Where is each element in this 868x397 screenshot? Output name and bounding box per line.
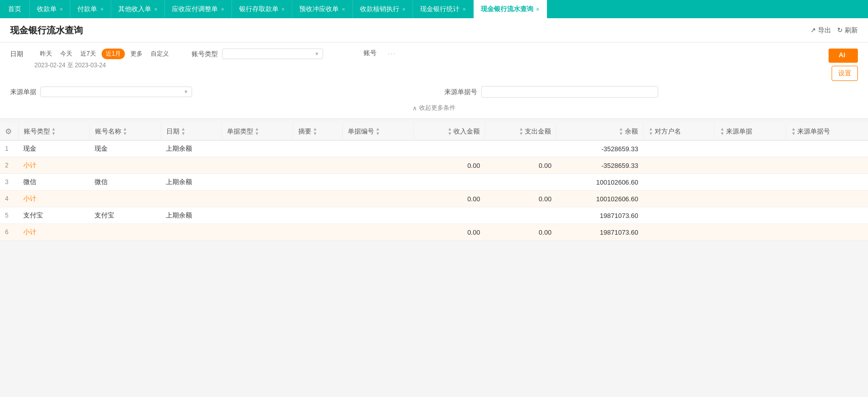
close-icon[interactable]: × (402, 6, 405, 12)
date-label: 日期 (10, 50, 30, 59)
nav-tab-prepay[interactable]: 预收冲应收单 × (292, 0, 352, 18)
source-doc-no-input[interactable] (481, 86, 658, 98)
account-type-select[interactable]: ▾ (222, 49, 323, 59)
th-account-type[interactable]: 账号类型▲▼ (18, 123, 89, 141)
date-btn-1month[interactable]: 近1月 (102, 49, 125, 59)
date-btn-custom[interactable]: 自定义 (148, 49, 171, 59)
chevron-down-icon: ▾ (185, 89, 188, 95)
refresh-icon: ↻ (837, 26, 843, 34)
nav-tab-cash-flow[interactable]: 现金银行流水查询 × (474, 0, 547, 18)
table-row: 1现金现金上期余额-3528659.33 (0, 141, 868, 157)
nav-home[interactable]: 首页 (0, 0, 30, 18)
settings-button[interactable]: 设置 (832, 66, 858, 81)
date-btn-today[interactable]: 今天 (58, 49, 75, 59)
table-row: 5支付宝支付宝上期余额19871073.60 (0, 207, 868, 224)
th-income[interactable]: ▲▼收入金额 (414, 123, 485, 141)
source-doc-no-label: 来源单据号 (444, 87, 477, 97)
table-row: 6小计0.000.0019871073.60 (0, 224, 868, 241)
th-expense[interactable]: ▲▼支出金额 (485, 123, 557, 141)
export-icon: ↗ (810, 26, 816, 34)
th-doc-type[interactable]: 单据类型▲▼ (221, 123, 293, 141)
account-label: 账号 (363, 49, 384, 58)
th-date[interactable]: 日期▲▼ (161, 123, 221, 141)
date-options: 昨天 今天 近7天 近1月 更多 自定义 (37, 49, 171, 59)
close-icon[interactable]: × (342, 6, 345, 12)
th-source-doc[interactable]: ▲▼来源单据 (715, 123, 786, 141)
table-row: 4小计0.000.00100102606.60 (0, 191, 868, 207)
nav-tab-fukuan[interactable]: 付款单 × (70, 0, 111, 18)
close-icon[interactable]: × (463, 6, 466, 12)
close-icon[interactable]: × (154, 6, 157, 12)
table-row: 3微信微信上期余额100102606.60 (0, 174, 868, 191)
source-doc-select[interactable]: ▾ (40, 86, 192, 97)
nav-tab-shoukuan[interactable]: 收款单 × (30, 0, 70, 18)
th-summary[interactable]: 摘要▲▼ (293, 123, 342, 141)
table-row: 2小计0.000.00-3528659.33 (0, 157, 868, 174)
account-dots: ··· (388, 50, 396, 57)
date-btn-more[interactable]: 更多 (128, 49, 145, 59)
th-gear: ⚙ (0, 123, 18, 141)
nav-tab-collection[interactable]: 收款核销执行 × (353, 0, 413, 18)
export-button[interactable]: ↗ 导出 (810, 26, 831, 35)
top-nav: 首页 收款单 × 付款单 × 其他收入单 × 应收应付调整单 × 银行存取款单 … (0, 0, 868, 18)
data-table: ⚙ 账号类型▲▼ 账号名称▲▼ 日期▲▼ 单据类型▲▼ 摘要▲▼ (0, 123, 868, 241)
close-icon[interactable]: × (221, 6, 224, 12)
th-balance[interactable]: ▲▼余额 (557, 123, 644, 141)
date-btn-7days[interactable]: 近7天 (78, 49, 99, 59)
th-account-name[interactable]: 账号名称▲▼ (89, 123, 161, 141)
page-header: 现金银行流水查询 ↗ 导出 ↻ 刷新 (0, 18, 868, 42)
date-range: 2023-02-24 至 2023-03-24 (34, 62, 106, 69)
nav-tab-bank-deposit[interactable]: 银行存取款单 × (232, 0, 292, 18)
th-counterpart[interactable]: ▲▼对方户名 (643, 123, 714, 141)
nav-tab-cash-stats[interactable]: 现金银行统计 × (413, 0, 473, 18)
close-icon[interactable]: × (282, 6, 285, 12)
close-icon[interactable]: × (536, 6, 539, 12)
nav-tab-other-income[interactable]: 其他收入单 × (111, 0, 165, 18)
close-icon[interactable]: × (100, 6, 103, 12)
header-actions: ↗ 导出 ↻ 刷新 (810, 26, 858, 35)
refresh-button[interactable]: ↻ 刷新 (837, 26, 858, 35)
date-btn-yesterday[interactable]: 昨天 (37, 49, 55, 59)
th-source-doc-no[interactable]: ▲▼来源单据号 (786, 123, 868, 141)
close-icon[interactable]: × (60, 6, 63, 12)
filter-area: 日期 昨天 今天 近7天 近1月 更多 自定义 2023-02-24 至 202… (0, 42, 868, 119)
account-type-label: 账号类型 (192, 50, 218, 59)
th-doc-no[interactable]: 单据编号▲▼ (342, 123, 414, 141)
collapse-icon: ∧ (413, 105, 417, 112)
table-body: 1现金现金上期余额-3528659.332小计0.000.00-3528659.… (0, 141, 868, 241)
collapse-more-button[interactable]: ∧ 收起更多条件 (10, 102, 858, 114)
page-title: 现金银行流水查询 (10, 24, 83, 36)
ai-badge[interactable]: Ai (832, 49, 852, 61)
nav-tab-adjust[interactable]: 应收应付调整单 × (165, 0, 232, 18)
table-header-row: ⚙ 账号类型▲▼ 账号名称▲▼ 日期▲▼ 单据类型▲▼ 摘要▲▼ (0, 123, 868, 141)
chevron-down-icon: ▾ (315, 51, 318, 57)
source-doc-label: 来源单据 (10, 87, 36, 97)
table-container: ⚙ 账号类型▲▼ 账号名称▲▼ 日期▲▼ 单据类型▲▼ 摘要▲▼ (0, 123, 868, 241)
settings-icon[interactable]: ⚙ (5, 127, 12, 136)
